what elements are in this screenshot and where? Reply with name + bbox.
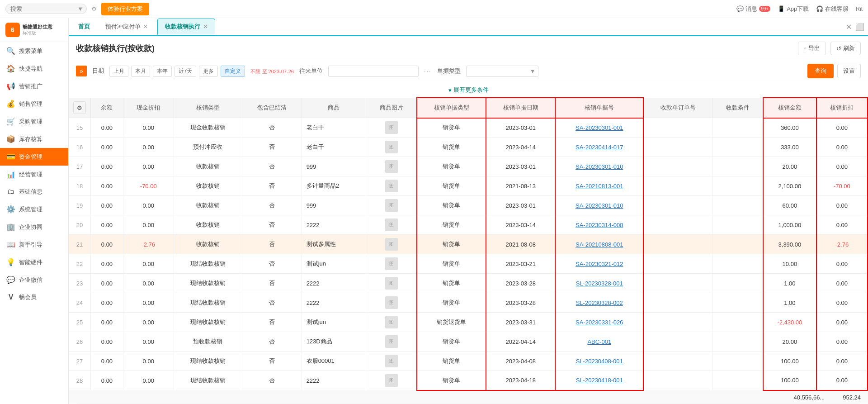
voucher-type-select[interactable] [466,66,538,77]
balance-cell: 0.00 [91,196,123,215]
message-badge: 99+ [759,6,770,12]
sidebar-item-inventory[interactable]: 📦 库存核算 [0,130,68,148]
sidebar-item-vip[interactable]: V 畅会员 [0,289,68,306]
app-sub: 标准版 [23,30,52,36]
product-image-cell: 图 [366,274,417,293]
top-search-input[interactable] [5,4,87,14]
column-settings-icon[interactable]: ⚙ [73,101,86,114]
verify-type-cell: 现结收款核销 [174,274,242,293]
sales-icon: 💰 [6,100,15,108]
sidebar-item-sales[interactable]: 💰 销售管理 [0,95,68,113]
verify-type-cell: 预收款核销 [174,332,242,352]
include-settled-cell: 否 [242,332,302,352]
sidebar-label-quicknav: 快捷导航 [19,65,42,73]
bill-no-link[interactable]: SA-20230331-026 [576,319,623,326]
balance-cell: 0.00 [91,274,123,293]
verify-bill-date-cell: 2023-03-01 [486,118,555,138]
sidebar-item-business[interactable]: 📊 经营管理 [0,166,68,183]
bill-no-link[interactable]: SA-20230414-017 [576,144,623,151]
verify-bill-no-cell: SL-20230418-001 [555,371,643,390]
expand-more-button[interactable]: ▾ 展开更多条件 [448,86,489,94]
verify-discount-cell: 0.00 [816,215,868,235]
query-button[interactable]: 查询 [807,64,834,78]
refresh-icon: ↺ [836,45,841,52]
verify-amount-cell: 333.00 [763,138,816,157]
balance-cell: 0.00 [91,352,123,371]
tab-home[interactable]: 首页 [72,19,96,35]
verify-bill-type-cell: 销货单 [417,176,486,196]
table-row: 15 0.00 0.00 现金收款核销 否 老白干 图 销货单 2023-03-… [69,118,868,138]
bill-no-link[interactable]: SA-20210808-001 [576,241,623,248]
verify-type-cell: 现结收款核销 [174,371,242,390]
sidebar-item-funds[interactable]: 💳 资金管理 [0,148,68,166]
bill-no-link[interactable]: SL-20230418-001 [576,377,623,384]
last-month-btn[interactable]: 上月 [109,66,128,77]
sidebar-item-purchase[interactable]: 🛒 采购管理 [0,113,68,130]
tab-collection[interactable]: 收款核销执行 ✕ [157,19,215,35]
tab-collection-close[interactable]: ✕ [203,24,208,30]
receipt-condition-cell [712,254,763,274]
industry-solution-button[interactable]: 体验行业方案 [101,3,149,15]
partner-input[interactable] [328,66,419,77]
online-service-button[interactable]: 🎧 在线客服 [816,5,849,13]
expand-tab-icon[interactable]: ⬜ [855,23,864,31]
bill-no-link[interactable]: SA-20230301-001 [576,124,623,131]
bill-no-link[interactable]: ABC-001 [587,338,611,345]
balance-cell: 0.00 [91,138,123,157]
app-download-button[interactable]: 📱 App下载 [778,5,809,13]
receipt-order-no-cell [643,371,712,390]
vip-icon: V [6,293,15,301]
bill-no-link[interactable]: SA-20210813-001 [576,183,623,190]
bill-no-link[interactable]: SA-20230301-010 [576,163,623,170]
filter-toggle-button[interactable]: » [76,66,87,76]
sidebar-item-quicknav[interactable]: 🏠 快捷导航 [0,60,68,77]
close-tab-icon[interactable]: ✕ [846,23,852,31]
sidebar-item-basic[interactable]: 🗂 基础信息 [0,183,68,200]
cash-discount-cell: 0.00 [123,313,174,332]
verify-bill-date-cell: 2023-04-14 [486,138,555,157]
bill-no-link[interactable]: SA-20230314-008 [576,222,623,228]
verify-bill-date-cell: 2023-03-21 [486,254,555,274]
bill-no-link[interactable]: SA-20230321-012 [576,261,623,267]
product-image-cell: 图 [366,118,417,138]
settings-button[interactable]: 设置 [837,64,861,78]
message-icon: 💬 [736,5,744,12]
bill-no-link[interactable]: SL-20230328-002 [576,299,623,306]
custom-date-btn[interactable]: 自定义 [221,66,245,77]
bill-no-link[interactable]: SL-20230408-001 [576,358,623,365]
tab-prepay[interactable]: 预付冲应付单 ✕ [98,19,156,35]
more-date-btn[interactable]: 更多 [199,66,218,77]
sidebar-item-marketing[interactable]: 📢 营销推广 [0,77,68,95]
balance-cell: 0.00 [91,235,123,254]
balance-cell: 0.00 [91,313,123,332]
sidebar-item-search[interactable]: 🔍 搜索菜单 [0,42,68,60]
sidebar-item-system[interactable]: ⚙️ 系统管理 [0,200,68,218]
sidebar-item-enterprise[interactable]: 🏢 企业协同 [0,218,68,236]
verify-bill-type-cell: 销货单 [417,332,486,352]
refresh-button[interactable]: ↺ 刷新 [830,42,861,55]
cash-discount-cell: 0.00 [123,352,174,371]
cash-discount-cell: 0.00 [123,157,174,176]
export-button[interactable]: ↑ 导出 [798,42,826,55]
balance-cell: 0.00 [91,157,123,176]
verify-amount-total: 40,556,66... [794,394,825,401]
this-year-btn[interactable]: 本年 [153,66,172,77]
sidebar-item-guide[interactable]: 📖 新手引导 [0,236,68,253]
logo-icon: 6 [5,23,20,37]
tab-prepay-close[interactable]: ✕ [143,24,148,30]
balance-cell: 0.00 [91,293,123,313]
this-month-btn[interactable]: 本月 [131,66,150,77]
product-cell: 测试多属性 [302,235,366,254]
bill-no-link[interactable]: SA-20230301-010 [576,202,623,209]
verify-discount-cell: 0.00 [816,371,868,390]
sidebar-label-funds: 资金管理 [19,153,42,161]
last7days-btn[interactable]: 近7天 [175,66,197,77]
include-settled-cell: 否 [242,352,302,371]
sidebar-item-hardware[interactable]: 💡 智能硬件 [0,253,68,271]
bill-no-link[interactable]: SL-20230328-001 [576,280,623,287]
settings-icon[interactable]: ⚙ [91,5,97,12]
message-button[interactable]: 💬 消息 99+ [736,5,770,13]
product-cell: 老白干 [302,138,366,157]
sidebar: 6 畅捷通好生意 标准版 🔍 搜索菜单 🏠 快捷导航 📢 营销推广 💰 销售管理… [0,18,69,404]
sidebar-item-wechat[interactable]: 💬 企业微信 [0,271,68,289]
